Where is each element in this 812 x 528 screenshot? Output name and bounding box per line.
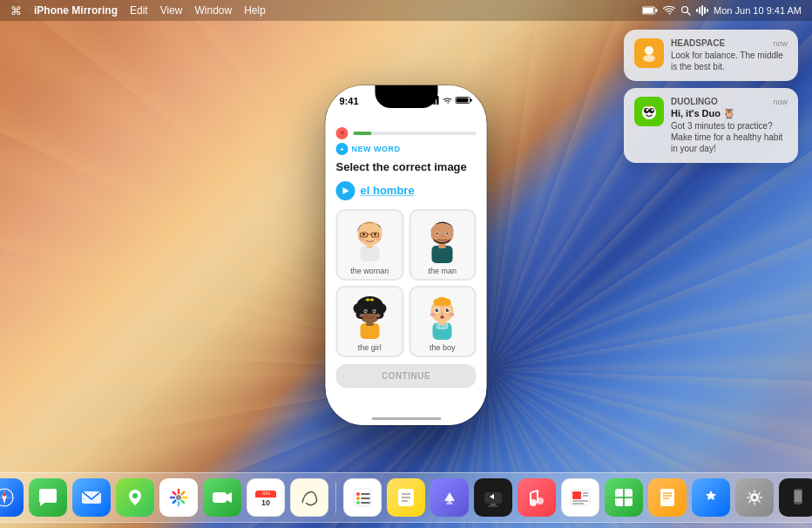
svg-point-34	[358, 237, 363, 240]
menu-view[interactable]: View	[160, 4, 183, 17]
dock-iphonemirroring[interactable]	[779, 478, 812, 517]
choice-boy[interactable]: the boy	[409, 286, 477, 357]
man-image	[421, 216, 464, 264]
svg-rect-44	[439, 244, 446, 248]
svg-point-113	[356, 492, 360, 496]
progress-fill	[354, 132, 372, 135]
choice-girl[interactable]: the girl	[336, 286, 404, 357]
home-indicator	[371, 417, 441, 420]
svg-rect-128	[537, 491, 538, 503]
duolingo-time: now	[773, 98, 788, 106]
dock-news[interactable]	[561, 478, 599, 517]
svg-rect-7	[701, 5, 703, 16]
svg-point-41	[436, 232, 438, 234]
duolingo-app-content: ✕ + NEW WORD Select the correct image el…	[326, 124, 487, 425]
svg-point-102	[132, 493, 138, 498]
dock-freeform[interactable]	[290, 478, 328, 517]
svg-rect-26	[457, 98, 469, 103]
woman-image	[348, 216, 391, 264]
headspace-body: Look for balance. The middle is the best…	[671, 50, 788, 72]
headspace-app-name: Headspace	[671, 38, 725, 48]
svg-rect-82	[439, 321, 446, 325]
choice-man[interactable]: the man	[409, 209, 477, 281]
svg-point-53	[364, 309, 367, 312]
notification-duolingo[interactable]: Duolingo now Hi, it's Duo 🦉 Got 3 minute…	[624, 88, 798, 163]
dock-appstore[interactable]	[692, 478, 730, 517]
svg-point-42	[447, 232, 449, 234]
svg-point-12	[643, 55, 655, 62]
svg-point-103	[176, 495, 181, 500]
dock-calendar[interactable]: 10JUN	[247, 478, 285, 517]
iphone-status-bar: 9:41	[326, 85, 487, 124]
svg-rect-25	[470, 99, 472, 102]
svg-marker-105	[227, 492, 232, 503]
svg-point-17	[646, 109, 648, 111]
svg-point-33	[374, 233, 376, 235]
new-word-label: NEW WORD	[352, 145, 401, 153]
dock-pages[interactable]	[648, 478, 687, 517]
menu-bar: ⌘ iPhone Mirroring Edit View Window Help	[0, 0, 812, 21]
svg-point-146	[753, 496, 756, 499]
menu-help[interactable]: Help	[244, 4, 266, 17]
apple-menu[interactable]: ⌘	[10, 4, 22, 17]
dock-maps[interactable]	[116, 478, 154, 517]
dock-appletv[interactable]	[474, 478, 512, 517]
svg-marker-27	[343, 187, 349, 194]
target-word: el hombre	[361, 184, 415, 197]
dock-messages[interactable]	[29, 478, 67, 517]
menu-app-name[interactable]: iPhone Mirroring	[34, 4, 118, 17]
dock-facetime[interactable]	[203, 478, 241, 517]
question-title: Select the correct image	[336, 160, 477, 174]
search-icon[interactable]	[680, 5, 691, 16]
dock-numbers[interactable]	[605, 478, 643, 517]
dock-music[interactable]	[518, 478, 556, 517]
svg-line-4	[687, 12, 691, 16]
man-label: the man	[428, 267, 457, 275]
iphone-notch	[375, 85, 437, 108]
siri-icon[interactable]	[696, 5, 708, 16]
svg-rect-149	[796, 504, 801, 504]
svg-rect-1	[656, 9, 658, 12]
dock-reminders[interactable]	[343, 478, 382, 517]
dock: 10JUN	[0, 472, 812, 523]
svg-rect-2	[643, 8, 653, 13]
notification-headspace[interactable]: Headspace now Look for balance. The midd…	[624, 30, 798, 81]
choice-woman[interactable]: the woman	[336, 209, 404, 281]
svg-point-32	[362, 233, 365, 235]
dock-safari[interactable]	[0, 478, 24, 517]
svg-rect-111	[354, 489, 371, 506]
svg-point-64	[444, 299, 451, 306]
close-button[interactable]: ✕	[336, 127, 348, 139]
duolingo-icon	[634, 97, 664, 126]
menu-edit[interactable]: Edit	[130, 4, 148, 17]
svg-rect-124	[491, 504, 496, 505]
svg-rect-104	[213, 492, 227, 503]
dock-photos[interactable]	[159, 478, 198, 517]
svg-rect-148	[795, 491, 802, 502]
headspace-logo	[637, 41, 661, 65]
iphone-wifi-icon	[443, 97, 453, 105]
iphone-time: 9:41	[340, 96, 359, 106]
svg-point-54	[373, 309, 376, 312]
svg-point-38	[431, 222, 454, 245]
boy-image	[421, 293, 464, 341]
new-word-icon: +	[336, 143, 348, 155]
duolingo-body: Got 3 minutes to practice? Make time for…	[671, 120, 788, 154]
audio-prompt: el hombre	[336, 181, 477, 200]
svg-rect-8	[704, 7, 706, 14]
audio-button[interactable]	[336, 181, 355, 200]
svg-point-72	[450, 313, 455, 316]
dock-mail[interactable]	[72, 478, 111, 517]
dock-systemprefs[interactable]	[735, 478, 774, 517]
svg-rect-60	[366, 322, 373, 326]
menu-bar-left: ⌘ iPhone Mirroring Edit View Window Help	[10, 4, 266, 17]
svg-point-14	[642, 105, 656, 119]
dock-mercury[interactable]	[430, 478, 469, 517]
svg-point-67	[436, 308, 439, 312]
continue-button[interactable]: CONTINUE	[336, 364, 477, 388]
svg-point-70	[448, 308, 450, 310]
svg-point-63	[434, 299, 441, 306]
dock-notes[interactable]	[387, 478, 425, 517]
svg-point-56	[374, 310, 375, 311]
menu-window[interactable]: Window	[194, 4, 232, 17]
